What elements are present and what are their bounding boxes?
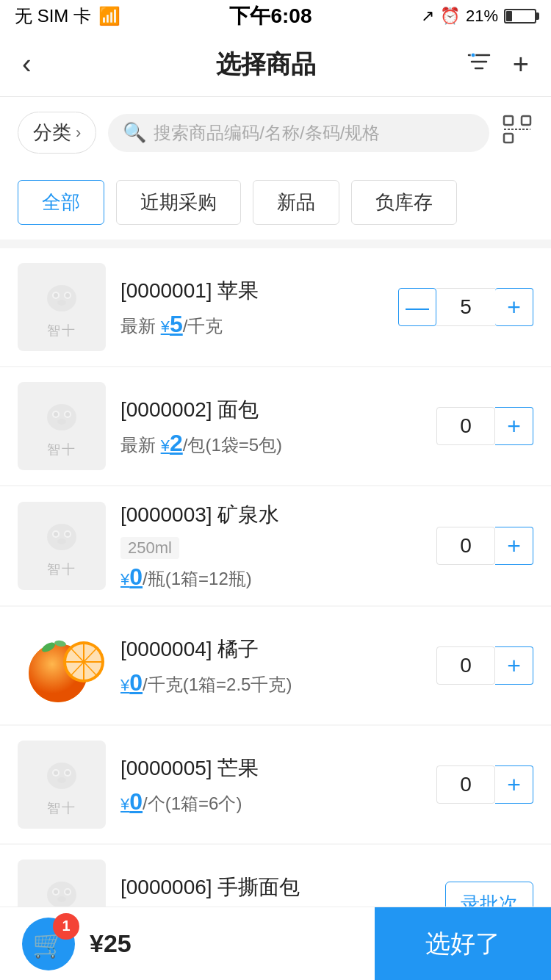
qty-minus-1[interactable]: — [398,288,436,326]
qty-control-1: — + [398,288,533,326]
status-bar: 无 SIM 卡 📶 下午6:08 ↗ ⏰ 21% [0,0,551,32]
owl-placeholder-3: 智十 [40,514,84,578]
category-button[interactable]: 分类 › [18,112,96,154]
unit-3: /瓶(1箱=12瓶) [143,569,252,588]
wifi-icon: 📶 [98,6,120,26]
owl-placeholder-5: 智十 [40,752,84,817]
qty-control-5: + [436,765,533,804]
qty-plus-5[interactable]: + [495,765,533,804]
product-image-5: 智十 [18,741,106,829]
qty-input-2[interactable] [436,407,495,445]
product-info-2: [0000002] 面包 最新 ¥2/包(1袋=5包) [120,396,425,457]
svg-point-11 [54,293,58,298]
svg-rect-5 [522,116,530,125]
orange-image-svg [18,621,106,710]
product-name-1: [0000001] 苹果 [120,277,386,305]
cart-badge: 1 [53,913,79,940]
svg-point-18 [65,412,70,417]
status-left: 无 SIM 卡 📶 [15,4,120,28]
cart-button[interactable]: 🛒 1 [22,918,75,970]
brand-label-5: 智十 [47,799,76,817]
product-price-3: ¥0/瓶(1箱=12瓶) [120,563,425,591]
unit-1: /千克 [183,316,223,336]
add-button[interactable]: + [513,48,529,80]
search-icon: 🔍 [123,121,146,144]
svg-point-46 [65,890,70,894]
qty-plus-3[interactable]: + [495,527,533,565]
tab-recent[interactable]: 近期采购 [116,180,241,225]
product-item-3: 智十 [0000003] 矿泉水 250ml ¥0/瓶(1箱=12瓶) + [0,486,551,605]
product-name-6: [0000006] 手撕面包 [120,873,433,901]
qty-control-3: + [436,527,533,565]
battery-icon [504,9,536,24]
svg-point-13 [57,300,66,306]
svg-point-14 [47,404,76,430]
chevron-icon: › [76,123,81,143]
search-input-wrapper[interactable]: 🔍 搜索商品编码/名称/条码/规格 [108,114,489,152]
currency-2: ¥ [161,436,170,455]
price-value-4: 0 [129,669,143,696]
qty-plus-1[interactable]: + [495,288,533,326]
nav-actions: + [466,48,529,81]
tab-all[interactable]: 全部 [18,180,104,225]
svg-rect-4 [504,116,513,125]
product-price-1: 最新 ¥5/千克 [120,311,386,338]
svg-point-17 [54,412,58,417]
price-label-2: 最新 [120,435,161,455]
unit-5: /个(1箱=6个) [143,793,242,813]
search-bar: 分类 › 🔍 搜索商品编码/名称/条码/规格 [0,97,551,168]
product-name-2: [0000002] 面包 [120,396,425,424]
filter-icon[interactable] [466,48,492,81]
currency-3: ¥ [120,570,129,588]
carrier-label: 无 SIM 卡 [15,4,91,28]
back-button[interactable]: ‹ [22,48,66,80]
price-value-1: 5 [170,311,183,337]
product-info-1: [0000001] 苹果 最新 ¥5/千克 [120,277,386,338]
product-spec-3: 250ml [120,537,179,559]
owl-placeholder-2: 智十 [40,394,84,458]
bottom-bar: 🛒 1 ¥25 选好了 [0,907,551,980]
svg-point-42 [47,882,76,908]
svg-point-39 [54,771,58,775]
qty-plus-4[interactable]: + [495,646,533,685]
scan-icon[interactable] [501,113,533,152]
status-time: 下午6:08 [229,2,311,30]
product-name-3: [0000003] 矿泉水 [120,501,425,529]
currency-1: ¥ [161,317,170,336]
product-item-5: 智十 [0000005] 芒果 ¥0/个(1箱=6个) + [0,726,551,843]
unit-4: /千克(1箱=2.5千克) [143,674,292,694]
price-value-2: 2 [170,430,183,456]
brand-label-1: 智十 [47,322,76,339]
confirm-button[interactable]: 选好了 [375,907,551,981]
status-right: ↗ ⏰ 21% [421,7,536,26]
currency-4: ¥ [120,676,129,694]
qty-input-5[interactable] [436,765,495,804]
page-title: 选择商品 [216,48,316,82]
qty-input-3[interactable] [436,527,495,565]
product-item-4: [0000004] 橘子 ¥0/千克(1箱=2.5千克) + [0,607,551,724]
qty-input-4[interactable] [436,646,495,685]
product-name-4: [0000004] 橘子 [120,635,425,663]
svg-point-3 [471,53,475,57]
currency-5: ¥ [120,795,129,813]
svg-point-23 [54,532,58,536]
product-info-4: [0000004] 橘子 ¥0/千克(1箱=2.5千克) [120,635,425,696]
price-label-1: 最新 [120,316,161,336]
tab-negative[interactable]: 负库存 [351,180,457,225]
product-price-4: ¥0/千克(1箱=2.5千克) [120,669,425,696]
filter-tabs: 全部 近期采购 新品 负库存 [0,168,551,239]
svg-point-20 [47,524,76,550]
brand-label-3: 智十 [47,561,76,578]
product-info-3: [0000003] 矿泉水 250ml ¥0/瓶(1箱=12瓶) [120,501,425,591]
cart-total: ¥25 [90,929,132,958]
tab-new[interactable]: 新品 [253,180,339,225]
svg-point-24 [65,532,70,536]
qty-input-1[interactable] [436,288,495,326]
svg-point-36 [47,763,76,789]
qty-plus-2[interactable]: + [495,407,533,445]
product-image-1: 智十 [18,263,106,351]
product-info-5: [0000005] 芒果 ¥0/个(1箱=6个) [120,754,425,815]
svg-point-45 [54,890,58,894]
category-label: 分类 [33,120,71,145]
owl-placeholder: 智十 [40,275,84,339]
